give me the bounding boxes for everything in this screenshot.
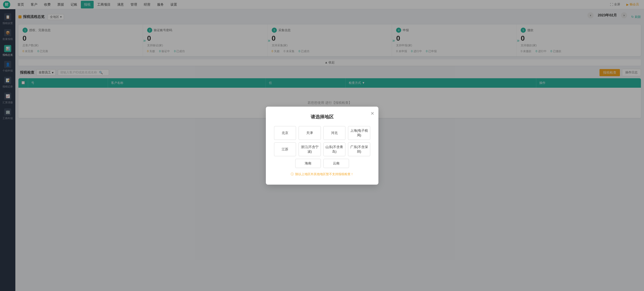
region-grid-row2: 江苏 浙江(不含宁波) 山东(不含青岛) 广东(不含深圳) [274, 142, 370, 156]
region-btn-yunnan[interactable]: 云南 [323, 159, 349, 168]
warning-icon: ⓘ [291, 172, 294, 176]
modal-title: 请选择地区 [274, 114, 370, 120]
region-warning: ⓘ 除以上地区外其他地区暂不支持报税检查！ [274, 172, 370, 176]
region-btn-zhejiang[interactable]: 浙江(不含宁波) [299, 142, 321, 156]
region-grid-row1: 北京 天津 河北 上海(电子税局) [274, 126, 370, 140]
region-btn-tianjin[interactable]: 天津 [299, 126, 321, 140]
region-btn-guangdong[interactable]: 广东(不含深圳) [348, 142, 370, 156]
region-btn-shandong[interactable]: 山东(不含青岛) [323, 142, 346, 156]
region-modal: ✕ 请选择地区 北京 天津 河北 上海(电子税局) 江苏 浙江(不含宁波) 山东… [266, 107, 378, 185]
region-grid-row3: 海南 云南 [274, 159, 370, 168]
region-btn-shanghai[interactable]: 上海(电子税局) [348, 126, 370, 140]
region-btn-hebei[interactable]: 河北 [323, 126, 346, 140]
warning-text: 除以上地区外其他地区暂不支持报税检查！ [295, 172, 354, 176]
modal-close-btn[interactable]: ✕ [370, 111, 374, 116]
region-btn-hainan[interactable]: 海南 [295, 159, 321, 168]
region-btn-jiangsu[interactable]: 江苏 [274, 142, 296, 156]
modal-overlay[interactable]: ✕ 请选择地区 北京 天津 河北 上海(电子税局) 江苏 浙江(不含宁波) 山东… [0, 0, 644, 291]
region-btn-beijing[interactable]: 北京 [274, 126, 296, 140]
